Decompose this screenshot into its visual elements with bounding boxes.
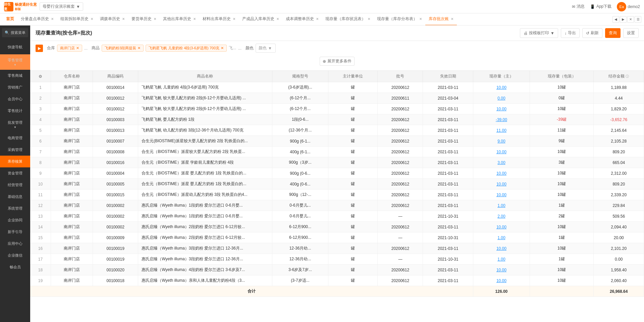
tab-yaohuo[interactable]: 要货单历史 ✕ <box>128 13 160 25</box>
cell-qty-main[interactable]: 1.00 <box>473 200 530 211</box>
sidebar-item-inventory[interactable]: 库存核算 <box>0 156 30 167</box>
cell-qty-main[interactable]: 10.00 <box>473 222 530 232</box>
cell-qty-main[interactable]: 10.00 <box>473 82 530 93</box>
cell-num: 4 <box>30 114 51 125</box>
phone-icon: 📱 <box>590 4 595 9</box>
close-icon[interactable]: ✕ <box>419 17 422 21</box>
close-icon[interactable]: ✕ <box>368 17 370 21</box>
nav-close-btn[interactable]: ✕ <box>627 16 634 23</box>
close-icon[interactable]: ✕ <box>122 17 125 21</box>
remove-warehouse-tag-btn[interactable]: ✕ <box>76 46 79 50</box>
cell-qty-main[interactable]: 10.00 <box>473 265 530 275</box>
sidebar-item-ecom[interactable]: 电商管理 <box>0 132 30 144</box>
sidebar-item-retail-mgmt[interactable]: 零售管理 ▼ <box>0 54 30 70</box>
cell-qty-main[interactable]: -39.00 <box>473 114 530 125</box>
sidebar-item-retail-mall[interactable]: 零售商城 <box>0 70 30 82</box>
cell-qty-main[interactable]: 2.00 <box>473 211 530 222</box>
sidebar-item-guide[interactable]: 新手引导 <box>0 226 30 238</box>
cell-qty-main[interactable]: 10.00 <box>473 243 530 254</box>
cell-qty-main[interactable]: 3.00 <box>473 157 530 168</box>
cell-batch: 20200612 <box>378 125 423 136</box>
cell-qty-main[interactable]: 0.00 <box>473 93 530 104</box>
remove-product-tag1-btn[interactable]: ✕ <box>138 46 141 50</box>
chevron-down-icon: ⊕ <box>323 59 326 64</box>
cell-qty-main[interactable]: 10.00 <box>473 147 530 157</box>
tab-kucunpici[interactable]: 库存批次账 ✕ <box>425 13 457 25</box>
refresh-btn[interactable]: ↺ 刷新 <box>582 28 602 38</box>
close-icon[interactable]: ✕ <box>193 17 196 21</box>
query-btn[interactable]: 查询 <box>605 28 621 38</box>
sidebar-item-member2[interactable]: 畅会员 <box>0 261 30 273</box>
cell-expire: 2021-03-11 <box>423 265 473 275</box>
settings-btn[interactable]: 设置 <box>623 28 639 38</box>
tab-diaobo[interactable]: 调拨单历史 ✕ <box>97 13 128 25</box>
sidebar-item-wechat[interactable]: 企业微信 <box>0 250 30 261</box>
tab-home[interactable]: 首页 <box>3 13 17 25</box>
table-footer: 合计 126.00 26,968.64 <box>30 286 644 297</box>
sidebar-item-wholesale[interactable]: 批发管理 ▼ <box>0 117 30 132</box>
cell-qty-main[interactable]: 1.00 <box>473 254 530 265</box>
sidebar-item-finance[interactable]: 资金管理 <box>0 167 30 179</box>
close-icon[interactable]: ✕ <box>51 17 54 21</box>
close-icon[interactable]: ✕ <box>154 17 156 21</box>
close-icon[interactable]: ✕ <box>316 17 319 21</box>
sidebar-item-member[interactable]: 会员中心 <box>0 93 30 105</box>
cell-warehouse: 南岸门店 <box>51 93 93 104</box>
sidebar-item-marketing[interactable]: 营销推广 <box>0 82 30 93</box>
cell-qty-main[interactable]: 10.00 <box>473 275 530 286</box>
cell-expire: 2021-03-11 <box>423 82 473 93</box>
cell-qty-main[interactable]: 10.00 <box>473 104 530 114</box>
app-download-btn[interactable]: 📱 App下载 <box>590 4 611 9</box>
export-btn[interactable]: ↓ 导出 <box>561 28 580 38</box>
cell-qty-main[interactable]: 11.00 <box>473 125 530 136</box>
nav-prev-btn[interactable]: ◀ <box>612 16 619 23</box>
cell-qty-pkg: 10罐 <box>530 82 594 93</box>
expand-conditions-btn[interactable]: ⊕ 展开更多条件 <box>320 57 355 66</box>
info-icon[interactable]: ⓘ <box>626 74 629 78</box>
user-btn[interactable]: Ea demo2 <box>617 2 640 11</box>
close-icon[interactable]: ✕ <box>91 17 93 21</box>
remove-product-tag2-btn[interactable]: ✕ <box>221 46 224 50</box>
cell-qty-main[interactable]: 1.00 <box>473 232 530 243</box>
color-field[interactable]: 颜色 ▼ <box>256 44 276 53</box>
cell-qty-main[interactable]: 9.00 <box>473 136 530 147</box>
table-container[interactable]: ⚙ 仓库名称 商品编码 商品名称 规格型号 主计量单位 批号 失效日期 现存量（… <box>30 71 644 322</box>
close-icon[interactable]: ✕ <box>233 17 235 21</box>
sidebar-item-system[interactable]: 系统管理 <box>0 203 30 214</box>
sidebar-item-operations[interactable]: 经营管理 <box>0 179 30 191</box>
tab-chanchengpin[interactable]: 产成品入库单历史 ✕ <box>239 13 282 25</box>
filter-expand-btn[interactable]: ▶ <box>36 45 43 52</box>
print-btn[interactable]: 🖨 按模板打印 ▼ <box>520 28 558 38</box>
product-filter-more-btn[interactable]: ... <box>238 46 241 51</box>
nav-menu-btn[interactable]: ☰ <box>635 16 641 23</box>
sidebar-item-enterprise[interactable]: 企业协同 <box>0 214 30 226</box>
close-icon[interactable]: ✕ <box>276 17 279 21</box>
nav-next-btn[interactable]: ▶ <box>620 16 627 23</box>
cell-qty-main[interactable]: 10.00 <box>473 168 530 179</box>
cell-qty-main[interactable]: 10.00 <box>473 190 530 200</box>
th-gear[interactable]: ⚙ <box>30 71 51 82</box>
print-icon: 🖨 <box>524 31 528 36</box>
sidebar-shortcut[interactable]: 快捷导航 <box>1 42 29 52</box>
sidebar-item-retail-stats[interactable]: 零售统计 <box>0 105 30 117</box>
cell-warehouse: 南岸门店 <box>51 200 93 211</box>
tab-cailiaochuku[interactable]: 材料出库单历史 ✕ <box>199 13 239 25</box>
tab-chengbentiaozheng[interactable]: 成本调整单历史 ✕ <box>282 13 322 25</box>
sidebar-item-app-center[interactable]: 应用中心 <box>0 238 30 250</box>
cell-amount: 0.00 <box>594 254 644 265</box>
tab-qitachuku[interactable]: 其他出库单历史 ✕ <box>160 13 199 25</box>
sidebar-item-basic-info[interactable]: 基础信息 <box>0 191 30 203</box>
close-icon[interactable]: ✕ <box>451 17 453 21</box>
message-btn[interactable]: ✉ 消息 <box>572 4 585 9</box>
tab-xiancunliang1[interactable]: 现存量（库存状况表） ✕ <box>322 13 374 25</box>
search-menu-btn[interactable]: 🔍 搜索菜单 <box>2 28 28 37</box>
cell-qty-pkg: -39罐 <box>530 114 594 125</box>
cell-qty-main[interactable]: 10.00 <box>473 179 530 190</box>
cell-expire: 2021-03-11 <box>423 243 473 254</box>
tab-xiancunliang2[interactable]: 现存量（库存分布表） ✕ <box>374 13 425 25</box>
tab-fenliangpandian[interactable]: 分量盘点单历史 ✕ <box>17 13 57 25</box>
industry-select[interactable]: 母婴行业演示账套 ▼ <box>40 2 83 11</box>
sidebar-item-purchase[interactable]: 采购管理 <box>0 144 30 156</box>
tab-zuzhuangchaijie[interactable]: 组装拆卸单历史 ✕ <box>57 13 97 25</box>
filter-more-btn[interactable]: ... <box>84 46 88 51</box>
